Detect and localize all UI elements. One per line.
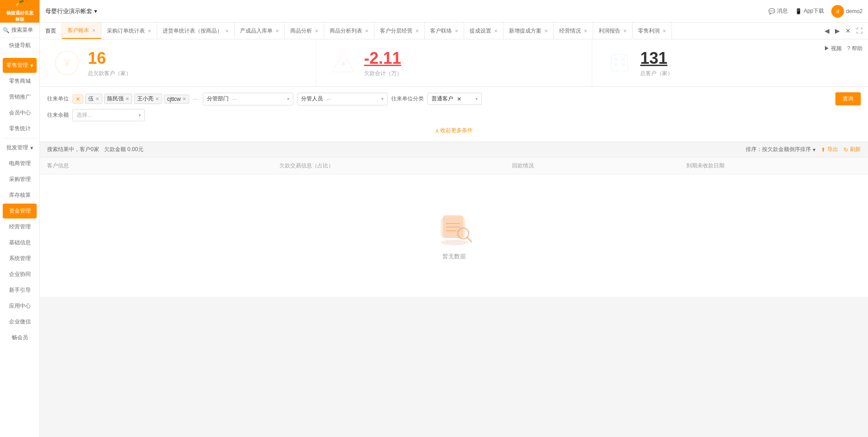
tab-customer-ledger[interactable]: 客户账本 ✕ [62, 23, 101, 39]
sidebar-item-enterprise-collab[interactable]: 企业协同 [3, 267, 37, 282]
filter-manager-select[interactable]: 分管人员 ··· ▾ [297, 93, 388, 105]
tabs-prev-button[interactable]: ◀ [823, 26, 831, 35]
sidebar-item-basic-info[interactable]: 基础信息 [3, 235, 37, 250]
tab-goods-stats[interactable]: 进货单统计表（按商品） ✕ [157, 23, 235, 39]
tabs-close-all-button[interactable]: ✕ [844, 26, 853, 35]
tab-close-icon[interactable]: ✕ [455, 28, 458, 33]
sidebar-item-label: 批发管理 [6, 144, 28, 152]
user-avatar-area[interactable]: d demo2 [831, 5, 863, 18]
filter-manager-more[interactable]: ··· [325, 95, 333, 103]
tab-close-icon[interactable]: ✕ [584, 28, 587, 33]
tab-close-icon[interactable]: ✕ [494, 28, 498, 33]
refresh-icon: ↻ [844, 147, 848, 153]
tab-close-icon[interactable]: ✕ [148, 28, 151, 33]
filter-type-close[interactable]: ✕ [457, 96, 461, 102]
help-label: 帮助 [852, 45, 863, 52]
tab-close-icon[interactable]: ✕ [225, 28, 229, 33]
table-col-due-date: 到期未收款日期 [686, 162, 861, 170]
collapse-button[interactable]: ∧ 收起更多条件 [47, 125, 861, 136]
tab-customer-tiered[interactable]: 客户分层经营 ✕ [374, 23, 425, 39]
quick-nav-area[interactable]: 快捷导航 [0, 38, 39, 53]
filter-tag-more[interactable]: ··· [191, 95, 199, 103]
svg-line-16 [467, 238, 471, 242]
sidebar-item-system[interactable]: 系统管理 [3, 251, 37, 266]
sidebar-item-enterprise-wechat[interactable]: 企业微信 [3, 314, 37, 329]
filter-dept-more[interactable]: ··· [230, 95, 239, 103]
tab-close-icon[interactable]: ✕ [623, 28, 627, 33]
tab-retail-profit[interactable]: 零售利润 ✕ [633, 23, 672, 39]
sidebar-item-marketing[interactable]: 营销推广 [3, 90, 37, 104]
quick-nav-button[interactable]: 快捷导航 [3, 42, 37, 49]
tabs-next-button[interactable]: ▶ [833, 26, 842, 35]
app-download-button[interactable]: 📱 App下载 [795, 7, 824, 15]
sidebar-item-newbie-guide[interactable]: 新手引导 [3, 283, 37, 298]
tab-product-analysis[interactable]: 商品分析 ✕ [285, 23, 324, 39]
result-amount: 欠款金额 0.00元 [104, 146, 144, 152]
tab-business-situation[interactable]: 经营情况 ✕ [554, 23, 593, 39]
search-menu-button[interactable]: 🔍 搜索菜单 [3, 26, 37, 34]
filter-tag-close[interactable]: ✕ [182, 96, 186, 101]
filter-unit-type-select[interactable]: 普通客户 ✕ ▾ [427, 93, 482, 105]
sidebar-item-finance[interactable]: 资金管理 [3, 204, 37, 218]
tabs-fullscreen-button[interactable]: ⛶ [854, 26, 864, 35]
sidebar-search-area[interactable]: 🔍 搜索菜单 [0, 23, 39, 38]
sidebar-item-inventory[interactable]: 库存核算 [3, 188, 37, 203]
filter-balance-select[interactable]: 选择... ▾ [72, 109, 145, 121]
sidebar-item-retail-mall[interactable]: 零售商城 [3, 74, 37, 89]
filter-tag-close[interactable]: ✕ [96, 96, 99, 101]
tabs-bar: 首页 客户账本 ✕ 采购订单统计表 ✕ 进货单统计表（按商品） ✕ 产成品入库单… [40, 23, 868, 39]
export-icon: ⬆ [821, 147, 825, 153]
tab-commission-settings[interactable]: 提成设置 ✕ [464, 23, 504, 39]
tab-close-icon[interactable]: ✕ [275, 28, 279, 33]
sort-selector[interactable]: 排序：按欠款金额倒序排序 ▾ [746, 146, 815, 153]
sidebar-item-chang-member[interactable]: 畅会员 [3, 330, 37, 345]
sidebar-item-label: 基础信息 [9, 239, 31, 246]
sidebar-item-business[interactable]: 经营管理 [3, 219, 37, 234]
sidebar: 🍊 畅捷通好生意 标版 🔍 搜索菜单 快捷导航 零售管理 ▾ 零售商城 营销推广… [0, 0, 40, 437]
filter-tag-close[interactable]: ✕ [155, 96, 159, 101]
stat-label-customers: 总欠款客户（家） [88, 70, 131, 77]
tab-production-storage[interactable]: 产成品入库单 ✕ [235, 23, 285, 39]
stat-icon-money: ¥ [53, 49, 81, 76]
video-link[interactable]: ▶ 视频 [824, 45, 842, 52]
account-selector[interactable]: 母婴行业演示帐套 ▾ [45, 7, 97, 15]
sidebar-item-app-center[interactable]: 应用中心 [3, 299, 37, 314]
tab-purchase-order-stats[interactable]: 采购订单统计表 ✕ [101, 23, 157, 39]
sidebar-item-retail-management[interactable]: 零售管理 ▾ [3, 58, 37, 73]
tab-customer-contact[interactable]: 客户联络 ✕ [425, 23, 464, 39]
message-button[interactable]: 💬 消息 [768, 7, 788, 15]
filter-tag-label: 伍 [88, 95, 94, 103]
tab-profit-report[interactable]: 利润报告 ✕ [593, 23, 633, 39]
svg-rect-7 [614, 63, 618, 66]
tab-close-icon[interactable]: ✕ [415, 28, 419, 33]
sidebar-item-member-center[interactable]: 会员中心 [3, 105, 37, 120]
tab-home[interactable]: 首页 [40, 23, 62, 39]
tab-close-icon[interactable]: ✕ [662, 28, 666, 33]
tab-close-icon[interactable]: ✕ [365, 28, 369, 33]
sidebar-item-retail-stats[interactable]: 零售统计 [3, 121, 37, 136]
tab-close-icon[interactable]: ✕ [544, 28, 548, 33]
dept-dropdown-icon: ▾ [287, 96, 289, 101]
filter-dept-select[interactable]: 分管部门 ··· ▾ [203, 93, 293, 105]
export-button[interactable]: ⬆ 导出 [821, 146, 838, 153]
help-link[interactable]: ? 帮助 [847, 45, 863, 52]
stats-header: ¥ 16 总欠款客户（家） ✦ -2.11 欠款合计（万） [40, 39, 868, 87]
tab-close-icon[interactable]: ✕ [315, 28, 318, 33]
result-bar: 搜索结果中，客户0家 欠款金额 0.00元 排序：按欠款金额倒序排序 ▾ ⬆ 导… [40, 142, 868, 157]
tab-new-commission-plan[interactable]: 新增提成方案 ✕ [504, 23, 554, 39]
filter-tag-close[interactable]: ✕ [125, 96, 129, 101]
svg-point-9 [441, 240, 468, 245]
sidebar-item-purchase[interactable]: 采购管理 [3, 172, 37, 187]
filter-tag-wu: 伍 ✕ [85, 94, 102, 104]
topbar-left: 母婴行业演示帐套 ▾ [45, 7, 97, 15]
stat-card-customers: ¥ 16 总欠款客户（家） [40, 39, 316, 86]
query-button[interactable]: 查询 [835, 92, 861, 105]
tab-product-analysis-list[interactable]: 商品分析列表 ✕ [324, 23, 374, 39]
tabs-actions: ◀ ▶ ✕ ⛶ [819, 26, 868, 35]
sidebar-item-label: 会员中心 [9, 109, 31, 116]
sidebar-item-label: 系统管理 [9, 255, 31, 261]
tab-close-icon[interactable]: ✕ [92, 28, 96, 33]
refresh-button[interactable]: ↻ 刷新 [844, 146, 861, 153]
sidebar-item-ecommerce[interactable]: 电商管理 [3, 156, 37, 171]
sidebar-item-wholesale-management[interactable]: 批发管理 ▾ [3, 140, 37, 155]
